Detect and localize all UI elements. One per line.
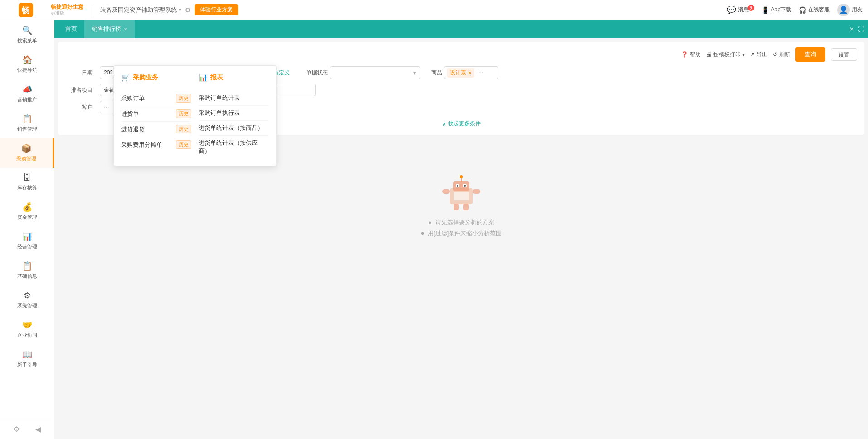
expense-label: 采购费用分摊单 bbox=[121, 141, 162, 149]
sidebar-item-marketing[interactable]: 📣 营销推广 bbox=[0, 79, 54, 109]
return-label: 进货退货 bbox=[121, 125, 145, 133]
tab-fullscreen-icon[interactable]: ⛶ bbox=[858, 25, 864, 33]
headset-icon: 🎧 bbox=[799, 6, 806, 14]
phone-icon: 📱 bbox=[761, 6, 769, 14]
logo-icon: 畅 bbox=[19, 3, 33, 17]
goods-dots[interactable]: ··· bbox=[477, 69, 483, 77]
sidebar-label-sales: 销售管理 bbox=[17, 126, 37, 133]
footer-settings-icon[interactable]: ⚙ bbox=[13, 425, 20, 434]
enterprise-icon: 🤝 bbox=[22, 320, 32, 330]
status-label: 单据状态 bbox=[306, 69, 328, 77]
sidebar-item-inventory[interactable]: 🗄 库存核算 bbox=[0, 168, 54, 197]
operations-icon: 📊 bbox=[22, 232, 32, 242]
online-service-label: 在线客服 bbox=[808, 6, 830, 14]
inventory-icon: 🗄 bbox=[23, 173, 31, 183]
message-btn[interactable]: 💬 消息 9 bbox=[727, 5, 754, 14]
svg-rect-11 bbox=[473, 189, 480, 194]
export-label: 导出 bbox=[756, 51, 767, 59]
help-btn[interactable]: ❓ 帮助 bbox=[681, 51, 701, 59]
svg-rect-14 bbox=[454, 192, 469, 200]
query-btn[interactable]: 查询 bbox=[795, 47, 825, 62]
inbound-label: 进货单 bbox=[121, 110, 139, 118]
dropdown-item-order-stat[interactable]: 采购订单统计表 bbox=[199, 91, 269, 106]
goods-tag: 设计素 ✕ bbox=[447, 68, 474, 78]
home-icon: 🏠 bbox=[22, 55, 32, 65]
newbie-icon: 📖 bbox=[22, 350, 32, 360]
tab-close-icon[interactable]: ✕ bbox=[124, 27, 127, 32]
empty-hint-text-2: 用[过滤]条件来缩小分析范围 bbox=[428, 230, 502, 237]
basic-icon: 📋 bbox=[22, 261, 32, 271]
sidebar-item-purchase[interactable]: 📦 采购管理 bbox=[0, 138, 54, 168]
help-label: 帮助 bbox=[690, 51, 701, 59]
sidebar-item-sales[interactable]: 📋 销售管理 bbox=[0, 109, 54, 138]
tab-sales-rank[interactable]: 销售排行榜 ✕ bbox=[84, 20, 135, 38]
dropdown-item-inbound-stat-supplier[interactable]: 进货单统计表（按供应商） bbox=[199, 136, 269, 158]
header-right: 💬 消息 9 📱 App下载 🎧 在线客服 👤 用友 bbox=[727, 4, 863, 16]
tab-sales-rank-label: 销售排行榜 bbox=[92, 25, 121, 33]
brand-version: 标准版 bbox=[51, 10, 83, 16]
sidebar-label-purchase: 采购管理 bbox=[16, 155, 36, 162]
sidebar-item-funds[interactable]: 💰 资金管理 bbox=[0, 197, 54, 226]
dropdown-purchase-title: 🛒 采购业务 bbox=[121, 73, 191, 85]
dropdown-item-expense[interactable]: 采购费用分摊单 历史 bbox=[121, 137, 191, 152]
collapse-chevron-icon: ∧ bbox=[442, 121, 446, 127]
sidebar: 🔍 搜索菜单 🏠 快捷导航 📣 营销推广 📋 销售管理 📦 采购管理 🗄 库存核… bbox=[0, 20, 54, 439]
top-header: 畅 畅捷通好生意 标准版 装备及固定资产辅助管理系统 ▾ ⚙ 体验行业方案 💬 … bbox=[0, 0, 868, 20]
settings-config-btn[interactable]: 设置 bbox=[831, 48, 857, 61]
settings-icon[interactable]: ⚙ bbox=[185, 6, 191, 14]
order-stat-label: 采购订单统计表 bbox=[199, 94, 240, 102]
sidebar-label-marketing: 营销推广 bbox=[17, 96, 37, 103]
goods-select[interactable]: 设计素 ✕ ··· bbox=[444, 66, 498, 79]
sidebar-item-basic[interactable]: 📋 基础信息 bbox=[0, 256, 54, 285]
footer-collapse-icon[interactable]: ◀ bbox=[35, 425, 41, 434]
dropdown-report-col: 📊 报表 采购订单统计表 采购订单执行表 进货单统计表（按商品） 进货单统计表（… bbox=[199, 73, 269, 158]
export-btn[interactable]: ↗ 导出 bbox=[750, 51, 767, 59]
system-title-area: 装备及固定资产辅助管理系统 ▾ ⚙ bbox=[100, 6, 191, 14]
status-select[interactable]: ▾ bbox=[330, 66, 420, 79]
return-hist: 历史 bbox=[176, 125, 191, 133]
robot-svg bbox=[439, 175, 484, 211]
dropdown-item-return[interactable]: 进货退货 历史 bbox=[121, 122, 191, 137]
user-btn[interactable]: 👤 用友 bbox=[837, 4, 863, 16]
sidebar-label-enterprise: 企业协同 bbox=[17, 332, 37, 339]
goods-group: 商品 设计素 ✕ ··· bbox=[431, 66, 498, 79]
dropdown-item-purchase-order[interactable]: 采购订单 历史 bbox=[121, 91, 191, 106]
system-title: 装备及固定资产辅助管理系统 bbox=[100, 6, 177, 14]
sidebar-label-search: 搜索菜单 bbox=[17, 37, 37, 44]
sidebar-item-enterprise[interactable]: 🤝 企业协同 bbox=[0, 315, 54, 344]
dropdown-item-inbound-stat-goods[interactable]: 进货单统计表（按商品） bbox=[199, 121, 269, 136]
header-divider bbox=[92, 5, 92, 15]
user-label: 用友 bbox=[852, 6, 863, 14]
hint-bullet-1: ● bbox=[428, 219, 432, 226]
sidebar-item-quick[interactable]: 🏠 快捷导航 bbox=[0, 49, 54, 79]
print-btn[interactable]: 🖨 按模板打印 ▾ bbox=[706, 51, 745, 59]
dropdown-item-order-exec[interactable]: 采购订单执行表 bbox=[199, 106, 269, 121]
customer-dots[interactable]: ··· bbox=[104, 104, 109, 111]
purchase-col-icon: 🛒 bbox=[121, 73, 130, 82]
sidebar-item-operations[interactable]: 📊 经营管理 bbox=[0, 226, 54, 256]
marketing-icon: 📣 bbox=[22, 84, 32, 94]
customer-label: 客户 bbox=[65, 104, 93, 111]
app-download-btn[interactable]: 📱 App下载 bbox=[761, 6, 791, 14]
tab-close-window-icon[interactable]: ✕ bbox=[849, 25, 854, 33]
online-service-btn[interactable]: 🎧 在线客服 bbox=[799, 6, 830, 14]
sidebar-item-system[interactable]: ⚙ 系统管理 bbox=[0, 285, 54, 315]
refresh-btn[interactable]: ↺ 刷新 bbox=[773, 51, 790, 59]
sidebar-item-newbie[interactable]: 📖 新手引导 bbox=[0, 344, 54, 374]
funds-icon: 💰 bbox=[22, 202, 32, 212]
tab-bar: 首页 销售排行榜 ✕ ✕ ⛶ bbox=[54, 20, 868, 38]
export-icon: ↗ bbox=[750, 51, 755, 58]
purchase-order-hist: 历史 bbox=[176, 94, 191, 103]
goods-tag-close-icon[interactable]: ✕ bbox=[468, 70, 472, 75]
dropdown-item-inbound[interactable]: 进货单 历史 bbox=[121, 106, 191, 122]
brand-info: 畅捷通好生意 标准版 bbox=[51, 4, 83, 15]
empty-hint-1: ● 请先选择要分析的方案 bbox=[428, 218, 494, 227]
solution-btn[interactable]: 体验行业方案 bbox=[195, 4, 238, 15]
purchase-order-label: 采购订单 bbox=[121, 94, 145, 103]
title-dropdown-icon[interactable]: ▾ bbox=[179, 7, 181, 13]
filter-toolbar: ❓ 帮助 🖨 按模板打印 ▾ ↗ 导出 ↺ 刷新 bbox=[65, 47, 857, 62]
tab-home[interactable]: 首页 bbox=[58, 20, 84, 38]
sidebar-label-newbie: 新手引导 bbox=[17, 361, 37, 368]
sidebar-item-search[interactable]: 🔍 搜索菜单 bbox=[0, 20, 54, 49]
avatar-icon: 👤 bbox=[839, 5, 848, 14]
